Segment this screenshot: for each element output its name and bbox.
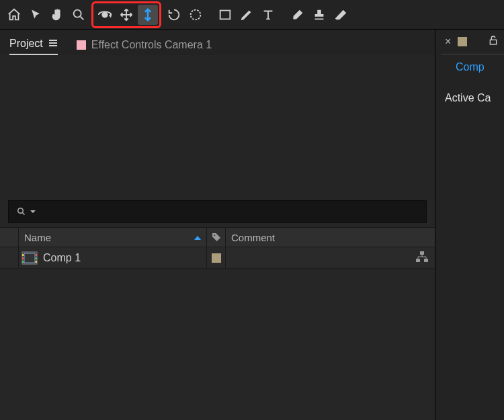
rectangle-tool[interactable]: [215, 5, 235, 25]
dolly-icon: [141, 7, 155, 22]
pan-icon: [119, 7, 134, 22]
right-panel-tab-label: Comp: [456, 61, 485, 73]
right-swatch: [458, 37, 467, 46]
tab-project[interactable]: Project: [9, 38, 58, 55]
effect-controls-swatch: [77, 40, 86, 50]
col-comment[interactable]: Comment: [226, 232, 275, 243]
type-tool[interactable]: [258, 5, 278, 25]
project-item-name: Comp 1: [43, 252, 81, 264]
stamp-icon: [312, 7, 327, 22]
orbit-icon: [97, 7, 112, 22]
right-panel-header: ×: [441, 35, 504, 54]
workspace: Project Effect Controls Camera 1 Name: [0, 30, 504, 420]
rectangle-icon: [218, 7, 233, 22]
column-headers: Name Comment: [0, 227, 435, 247]
svg-point-4: [18, 208, 24, 214]
chevron-down-icon: [30, 208, 36, 215]
selection-tool[interactable]: [26, 5, 46, 25]
row-label-cell[interactable]: [207, 247, 226, 268]
svg-rect-15: [416, 259, 420, 262]
col-name[interactable]: Name: [19, 228, 207, 247]
toolbar: [0, 0, 504, 30]
tab-project-label: Project: [9, 38, 43, 50]
close-icon[interactable]: ×: [445, 36, 451, 48]
svg-rect-9: [22, 257, 24, 259]
col-comment-label: Comment: [231, 232, 275, 243]
clone-stamp-tool[interactable]: [309, 5, 329, 25]
tab-effect-controls-label: Effect Controls Camera 1: [91, 39, 212, 51]
dolly-camera-tool[interactable]: [138, 5, 158, 25]
hand-icon: [50, 7, 65, 22]
label-swatch: [212, 253, 221, 263]
arrow-cursor-icon: [29, 8, 42, 22]
roto-icon: [188, 7, 203, 22]
svg-point-2: [191, 9, 201, 19]
svg-rect-3: [220, 10, 230, 19]
project-empty-area[interactable]: [0, 269, 435, 420]
svg-rect-17: [490, 40, 496, 44]
project-search[interactable]: [8, 200, 427, 223]
search-input[interactable]: [40, 206, 419, 217]
col-leading: [0, 228, 19, 247]
zoom-icon: [71, 7, 86, 22]
row-comment-cell[interactable]: [226, 247, 435, 268]
rotate-icon: [167, 7, 181, 22]
type-icon: [261, 7, 276, 22]
panel-menu-icon[interactable]: [48, 38, 58, 50]
flowchart-icon[interactable]: [416, 251, 428, 265]
svg-rect-14: [420, 251, 424, 255]
brush-icon: [290, 7, 305, 22]
tab-effect-controls[interactable]: Effect Controls Camera 1: [77, 39, 212, 55]
svg-point-5: [214, 235, 215, 236]
hand-tool[interactable]: [47, 5, 67, 25]
pan-camera-tool[interactable]: [116, 5, 136, 25]
svg-rect-10: [22, 261, 24, 263]
svg-rect-16: [424, 259, 428, 262]
project-panel: Name Comment Comp 1: [0, 55, 435, 420]
right-panel: × Comp Active Ca: [435, 30, 504, 420]
col-label[interactable]: [207, 228, 226, 247]
panel-tabs: Project Effect Controls Camera 1: [0, 30, 435, 55]
svg-point-1: [102, 12, 107, 17]
home-tool[interactable]: [4, 5, 24, 25]
svg-rect-8: [22, 254, 24, 256]
rotation-tool[interactable]: [164, 5, 184, 25]
brush-tool[interactable]: [288, 5, 308, 25]
active-camera-label[interactable]: Active Ca: [441, 79, 504, 104]
svg-rect-13: [36, 261, 38, 263]
tag-icon: [211, 232, 222, 243]
project-preview-area: [0, 55, 435, 200]
col-name-label: Name: [24, 232, 51, 243]
orbit-camera-tool[interactable]: [95, 5, 115, 25]
lock-icon[interactable]: [488, 35, 499, 48]
camera-tools-highlight: [91, 1, 161, 28]
project-item-row[interactable]: Comp 1: [0, 247, 435, 269]
sort-indicator-icon: [193, 232, 202, 243]
composition-icon: [22, 251, 38, 265]
eraser-tool[interactable]: [331, 5, 351, 25]
pen-icon: [239, 7, 254, 22]
left-area: Project Effect Controls Camera 1 Name: [0, 30, 435, 420]
search-icon: [15, 206, 28, 218]
right-panel-tab[interactable]: Comp: [441, 54, 504, 79]
roto-brush-tool[interactable]: [185, 5, 206, 25]
zoom-tool[interactable]: [69, 5, 89, 25]
svg-point-0: [74, 9, 81, 17]
eraser-icon: [333, 7, 348, 22]
svg-rect-11: [36, 254, 38, 256]
svg-rect-12: [36, 257, 38, 259]
pen-tool[interactable]: [237, 5, 257, 25]
row-leading: [0, 247, 19, 268]
home-icon: [7, 7, 22, 22]
row-name-cell[interactable]: Comp 1: [19, 247, 207, 268]
